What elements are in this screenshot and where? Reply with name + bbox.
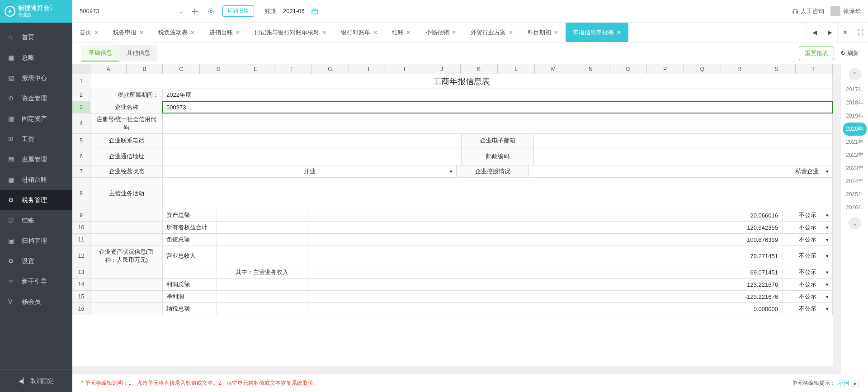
close-icon[interactable]: ✕ [452, 29, 456, 36]
row-header-11[interactable]: 11 [72, 234, 90, 246]
year-2017年[interactable]: 2017年 [843, 83, 867, 96]
col-header-M[interactable]: M [535, 64, 572, 74]
select-all-corner[interactable] [72, 64, 90, 74]
publish-select[interactable]: 不公示 [783, 234, 833, 246]
col-header-S[interactable]: S [758, 64, 795, 74]
sidebar-item-9[interactable]: ☑结账 [0, 210, 72, 231]
tab-4[interactable]: 日记账与银行对账单核对✕ [247, 23, 334, 42]
row-header-15[interactable]: 15 [72, 291, 90, 302]
row-header-7[interactable]: 7 [72, 165, 90, 177]
year-2026年[interactable]: 2026年 [843, 201, 867, 214]
col-header-B[interactable]: B [127, 64, 163, 74]
finance-value[interactable]: 70.271451 [307, 246, 783, 266]
tab-9[interactable]: 科目期初✕ [520, 23, 566, 42]
tab-5[interactable]: 银行对账单✕ [334, 23, 385, 42]
horizontal-scrollbar[interactable] [72, 366, 833, 374]
reg-code-input[interactable] [163, 113, 833, 133]
close-icon[interactable]: ✕ [322, 29, 326, 36]
col-header-A[interactable]: A [90, 64, 127, 74]
row-header-2[interactable]: 2 [72, 89, 90, 101]
col-header-K[interactable]: K [461, 64, 498, 74]
col-header-N[interactable]: N [572, 64, 609, 74]
tab-0[interactable]: 首页✕ [72, 23, 106, 42]
publish-select[interactable]: 不公示 [783, 279, 833, 290]
sidebar-item-1[interactable]: ▦总账 [0, 47, 72, 68]
main-business-input[interactable] [163, 178, 833, 209]
calendar-icon[interactable] [311, 8, 318, 15]
row-header-14[interactable]: 14 [72, 279, 90, 290]
tab-3[interactable]: 进销台账✕ [202, 23, 247, 42]
email-input[interactable] [534, 134, 833, 147]
sidebar-item-4[interactable]: ▥固定资产 [0, 109, 72, 129]
close-icon[interactable]: ✕ [190, 29, 195, 36]
close-icon[interactable]: ✕ [373, 29, 377, 36]
col-header-R[interactable]: R [721, 64, 758, 74]
old-version-button[interactable]: 切到旧版 [222, 5, 254, 17]
col-header-Q[interactable]: Q [684, 64, 721, 74]
col-header-I[interactable]: I [386, 64, 423, 74]
sidebar-item-12[interactable]: ☆新手引导 [0, 271, 72, 292]
sidebar-item-11[interactable]: ⚙设置 [0, 251, 72, 271]
tab-close-all[interactable]: ✕ [837, 23, 853, 42]
finance-value[interactable]: -120.942355 [307, 222, 783, 233]
subtab-1[interactable]: 其他信息 [119, 45, 157, 61]
subtab-0[interactable]: 基础信息 [81, 45, 119, 61]
tab-scroll-right[interactable]: ▶ [822, 23, 837, 42]
row-header-3[interactable]: 3 [72, 101, 90, 113]
status-select[interactable]: 开业 [163, 165, 457, 177]
year-2018年[interactable]: 2018年 [843, 96, 867, 109]
year-2022年[interactable]: 2022年 [843, 149, 867, 162]
publish-select[interactable]: 不公示 [783, 291, 833, 302]
add-button[interactable] [190, 6, 200, 16]
sidebar-item-5[interactable]: ⊞工资 [0, 129, 72, 149]
tab-10[interactable]: 年报信息申报表✕ [566, 23, 628, 42]
sidebar-item-2[interactable]: ▧报表中心 [0, 68, 72, 88]
publish-select[interactable]: 不公示 [783, 303, 833, 315]
settings-button[interactable] [206, 6, 216, 16]
tab-8[interactable]: 外贸行业方案✕ [463, 23, 520, 42]
sidebar-item-0[interactable]: ⌂首页 [0, 27, 72, 47]
col-header-P[interactable]: P [646, 64, 684, 74]
col-header-F[interactable]: F [274, 64, 311, 74]
row-header-4[interactable]: 4 [72, 113, 90, 133]
finance-value[interactable]: 100.876339 [307, 234, 783, 246]
close-icon[interactable]: ✕ [406, 29, 411, 36]
row-header-8[interactable]: 8 [72, 178, 90, 209]
zip-input[interactable] [534, 147, 833, 165]
row-header-6[interactable]: 6 [72, 147, 90, 165]
tab-7[interactable]: 小畅报销✕ [418, 23, 463, 42]
sidebar-item-13[interactable]: V畅会员 [0, 292, 72, 312]
spreadsheet[interactable]: ABCDEFGHIJKLMNOPQRST 1工商年报信息表2税款所属期间：202… [72, 64, 833, 374]
row-header-13[interactable]: 13 [72, 266, 90, 278]
address-input[interactable] [163, 147, 462, 165]
sidebar-item-10[interactable]: ▣归档管理 [0, 231, 72, 251]
close-icon[interactable]: ✕ [617, 29, 621, 36]
tab-2[interactable]: 税负波动表✕ [151, 23, 202, 42]
finance-value[interactable]: -123.221676 [307, 291, 783, 302]
publish-select[interactable]: 不公示 [783, 246, 833, 266]
unpin-button[interactable]: ◀▏ 取消固定 [0, 369, 72, 392]
year-2024年[interactable]: 2024年 [843, 175, 867, 188]
close-icon[interactable]: ✕ [236, 29, 240, 36]
publish-select[interactable]: 不公示 [783, 222, 833, 233]
close-icon[interactable]: ✕ [554, 29, 558, 36]
phone-input[interactable] [163, 134, 462, 147]
example-link[interactable]: 示例 [838, 379, 849, 387]
period-value-cell[interactable]: 2022年度 [163, 89, 833, 101]
col-header-C[interactable]: C [163, 64, 200, 74]
company-selector[interactable]: 500973 ⌄ [80, 8, 184, 14]
col-header-H[interactable]: H [349, 64, 386, 74]
row-header-10[interactable]: 10 [72, 222, 90, 233]
col-header-L[interactable]: L [498, 64, 535, 74]
example-toggle-icon[interactable]: ▸ [852, 380, 859, 387]
col-header-O[interactable]: O [609, 64, 646, 74]
col-header-J[interactable]: J [423, 64, 460, 74]
tab-6[interactable]: 结账✕ [385, 23, 418, 42]
tab-1[interactable]: 税务申报✕ [106, 23, 151, 42]
publish-select[interactable]: 不公示 [783, 266, 833, 278]
finance-value[interactable]: 0.000000 [307, 303, 783, 315]
reset-report-button[interactable]: 重置报表 [799, 47, 834, 60]
publish-select[interactable]: 不公示 [783, 209, 833, 221]
year-2023年[interactable]: 2023年 [843, 162, 867, 175]
sidebar-item-6[interactable]: ▤发票管理 [0, 149, 72, 170]
